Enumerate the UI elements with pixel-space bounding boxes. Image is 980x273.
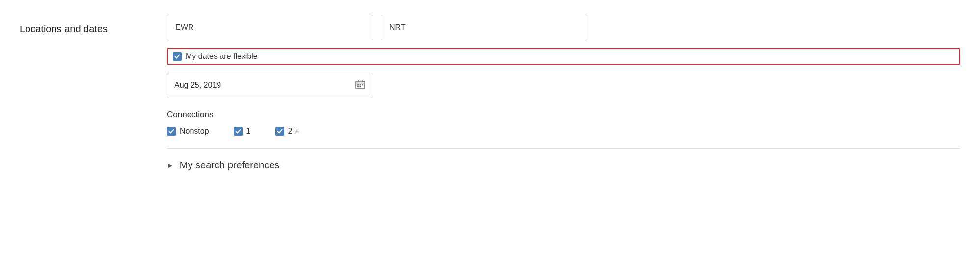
two-plus-checkbox-box bbox=[275, 127, 284, 136]
nonstop-checkmark-icon bbox=[168, 128, 174, 134]
destination-input[interactable] bbox=[381, 15, 587, 40]
search-preferences-label: My search preferences bbox=[180, 160, 279, 171]
form-area: My dates are flexible Aug 25, 2019 bbox=[167, 15, 960, 258]
two-plus-label: 2 + bbox=[288, 127, 299, 136]
one-stop-option[interactable]: 1 bbox=[234, 127, 251, 136]
connections-label: Connections bbox=[167, 110, 960, 120]
inputs-row bbox=[167, 15, 960, 40]
svg-rect-5 bbox=[360, 84, 361, 86]
two-plus-checkmark-icon bbox=[277, 128, 283, 134]
one-stop-checkmark-icon bbox=[235, 128, 241, 134]
search-preferences-row[interactable]: ► My search preferences bbox=[167, 157, 960, 171]
connections-options: Nonstop 1 bbox=[167, 127, 960, 136]
flexible-dates-label: My dates are flexible bbox=[186, 52, 258, 61]
svg-rect-6 bbox=[362, 84, 363, 86]
date-value: Aug 25, 2019 bbox=[174, 81, 355, 90]
chevron-right-icon: ► bbox=[167, 162, 174, 169]
section-divider bbox=[167, 148, 960, 149]
one-stop-label: 1 bbox=[246, 127, 251, 136]
date-input-row[interactable]: Aug 25, 2019 bbox=[167, 73, 373, 98]
connections-section: Connections Nonstop bbox=[167, 110, 960, 136]
section-title: Locations and dates bbox=[20, 15, 147, 258]
svg-rect-8 bbox=[360, 86, 361, 87]
nonstop-checkbox-box bbox=[167, 127, 176, 136]
flexible-dates-checkbox-box bbox=[173, 52, 182, 61]
page-container: Locations and dates My dates are flexibl… bbox=[0, 0, 980, 273]
svg-rect-7 bbox=[357, 86, 359, 87]
flexible-dates-checkbox[interactable]: My dates are flexible bbox=[167, 48, 960, 65]
nonstop-label: Nonstop bbox=[180, 127, 209, 136]
nonstop-option[interactable]: Nonstop bbox=[167, 127, 209, 136]
origin-input[interactable] bbox=[167, 15, 373, 40]
svg-rect-4 bbox=[357, 84, 359, 86]
checkmark-icon bbox=[174, 54, 180, 59]
two-plus-stop-option[interactable]: 2 + bbox=[275, 127, 299, 136]
calendar-icon bbox=[355, 79, 366, 92]
one-stop-checkbox-box bbox=[234, 127, 243, 136]
